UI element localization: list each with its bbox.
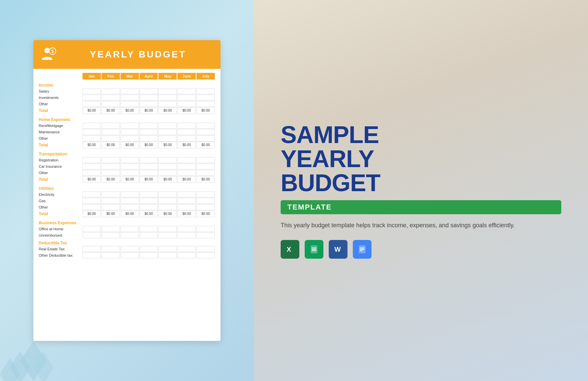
transport-total-label: Total [39, 176, 82, 183]
svg-rect-11 [312, 250, 316, 251]
promo-title-line1: SAMPLE [281, 123, 561, 147]
month-jan: Jan [83, 73, 101, 80]
svg-text:X: X [287, 246, 291, 253]
other-deductible-label: Other Deductible tax: [39, 252, 82, 258]
header-icon: $ [40, 46, 57, 63]
income-total-may: $0.00 [158, 107, 177, 114]
month-feb: Feb [102, 73, 120, 80]
business-expenses-label: Business Expenses [39, 219, 215, 226]
unreimbursed-label: Unreimbursed: [39, 232, 82, 238]
svg-text:$: $ [51, 49, 54, 54]
excel-icon: X [281, 240, 299, 259]
car-insurance-label: Car Insurance [39, 163, 82, 169]
table-row: Gas [39, 198, 215, 204]
income-total-label: Total [39, 107, 82, 114]
month-june: June [177, 73, 196, 80]
word-icon: W [329, 240, 347, 259]
table-row: Other [39, 170, 215, 176]
table-row: Salary [39, 88, 215, 94]
promo-description: This yearly budget template helps track … [281, 221, 561, 230]
svg-rect-15 [360, 249, 364, 250]
decorative-diamonds [0, 314, 67, 381]
income-total-june: $0.00 [177, 107, 196, 114]
income-other-label: Other [39, 101, 82, 107]
app-icons-row: X W [281, 240, 561, 259]
salary-jan[interactable] [83, 88, 101, 94]
document: $ YEARLY BUDGET Jan Feb Mar April May Ju… [33, 40, 220, 341]
month-header-row: Jan Feb Mar April May June July [39, 73, 215, 80]
table-row: Unreimbursed: [39, 232, 215, 238]
home-expenses-section: Home Expenses: Rent/Mortgage Maintenance [39, 115, 215, 148]
right-panel: SAMPLE YEARLY BUDGET TEMPLATE This yearl… [254, 0, 588, 381]
table-row: Other [39, 101, 215, 107]
month-mar: Mar [121, 73, 139, 80]
transportation-label: Transportation: [39, 150, 215, 157]
doc-title: YEARLY BUDGET [62, 49, 214, 60]
transport-total-row: Total $0.00 $0.00 $0.00 $0.00 $0.00 $0.0… [39, 176, 215, 183]
sheets-icon [305, 240, 323, 259]
registration-label: Registration [39, 157, 82, 163]
income-total-april: $0.00 [140, 107, 158, 114]
transport-other-label: Other [39, 170, 82, 176]
salary-april[interactable] [140, 88, 158, 94]
table-row: Investments [39, 95, 215, 101]
income-total-mar: $0.00 [121, 107, 139, 114]
utilities-total-label: Total [39, 211, 82, 217]
table-row: Real Estate Tax: [39, 246, 215, 252]
doc-header: $ YEARLY BUDGET [33, 40, 220, 69]
gas-label: Gas [39, 198, 82, 204]
table-row: Other [39, 135, 215, 141]
right-panel-content: SAMPLE YEARLY BUDGET TEMPLATE This yearl… [281, 123, 561, 259]
svg-text:W: W [334, 246, 341, 253]
salary-mar[interactable] [121, 88, 139, 94]
deductible-tax-section: Deductible Tax Real Estate Tax: Other De… [39, 239, 215, 258]
rent-label: Rent/Mortgage [39, 123, 82, 129]
docs-icon [353, 240, 372, 259]
home-expenses-label: Home Expenses: [39, 115, 215, 123]
income-total-jan: $0.00 [83, 107, 101, 114]
table-row: Rent/Mortgage [39, 123, 215, 129]
income-total-july: $0.00 [196, 107, 215, 114]
svg-rect-10 [312, 249, 316, 250]
promo-title-line2: YEARLY [281, 147, 561, 171]
income-section: Income: Salary Investments [39, 81, 215, 114]
month-july: July [196, 73, 215, 80]
transportation-section: Transportation: Registration Car Insuran… [39, 150, 215, 183]
salary-label: Salary [39, 88, 82, 94]
budget-person-icon: $ [40, 46, 56, 62]
home-total-row: Total $0.00 $0.00 $0.00 $0.00 $0.00 $0.0… [39, 142, 215, 148]
income-label: Income: [39, 81, 215, 88]
salary-may[interactable] [158, 88, 177, 94]
table-row: Electricity [39, 192, 215, 198]
home-other-label: Other [39, 135, 82, 141]
left-panel: $ YEARLY BUDGET Jan Feb Mar April May Ju… [0, 0, 254, 381]
investments-label: Investments [39, 95, 82, 101]
income-total-row: Total $0.00 $0.00 $0.00 $0.00 $0.00 $0.0… [39, 107, 215, 114]
salary-feb[interactable] [102, 88, 120, 94]
month-april: April [140, 73, 158, 80]
home-total-label: Total [39, 142, 82, 148]
svg-rect-9 [312, 248, 316, 248]
office-home-label: Office at Home: [39, 226, 82, 232]
template-badge: TEMPLATE [281, 200, 561, 214]
utilities-other-label: Other [39, 204, 82, 210]
electricity-label: Electricity [39, 192, 82, 198]
salary-july[interactable] [196, 88, 215, 94]
svg-rect-16 [360, 250, 362, 251]
real-estate-tax-label: Real Estate Tax: [39, 246, 82, 252]
doc-body: Jan Feb Mar April May June July Income: … [33, 69, 220, 263]
business-expenses-section: Business Expenses Office at Home: Unreim… [39, 219, 215, 238]
utilities-section: Utilities: Electricity Gas [39, 184, 215, 217]
table-row: Car Insurance [39, 163, 215, 169]
promo-title-line3: BUDGET [281, 171, 561, 195]
month-may: May [158, 73, 177, 80]
table-row: Maintenance [39, 129, 215, 135]
table-row: Other [39, 204, 215, 210]
table-row: Registration [39, 157, 215, 163]
income-total-feb: $0.00 [102, 107, 120, 114]
table-row: Other Deductible tax: [39, 252, 215, 258]
maintenance-label: Maintenance [39, 129, 82, 135]
salary-june[interactable] [177, 88, 196, 94]
deductible-tax-label: Deductible Tax [39, 239, 215, 246]
table-row: Office at Home: [39, 226, 215, 232]
